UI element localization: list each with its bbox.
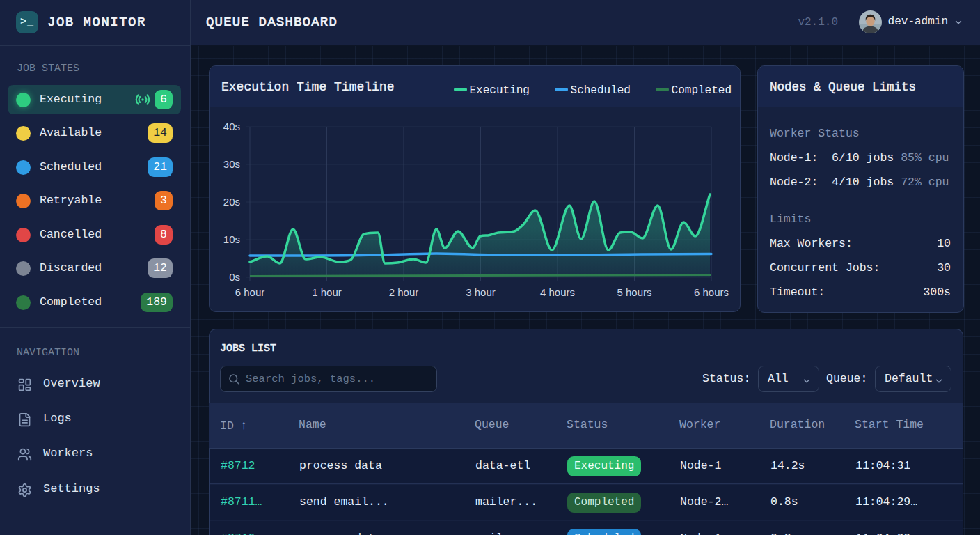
svg-text:5 hours: 5 hours	[617, 286, 651, 298]
svg-text:3 hour: 3 hour	[466, 286, 496, 298]
svg-text:4 hours: 4 hours	[540, 286, 575, 298]
svg-text:40s: 40s	[223, 121, 240, 132]
svg-text:6 hour: 6 hour	[235, 286, 265, 298]
svg-text:1 hour: 1 hour	[312, 286, 342, 298]
svg-text:10s: 10s	[223, 233, 240, 245]
svg-text:30s: 30s	[223, 158, 240, 170]
svg-text:20s: 20s	[223, 196, 240, 208]
svg-text:2 hour: 2 hour	[389, 286, 419, 298]
svg-text:6 hours: 6 hours	[694, 286, 729, 298]
svg-text:0s: 0s	[229, 271, 240, 283]
